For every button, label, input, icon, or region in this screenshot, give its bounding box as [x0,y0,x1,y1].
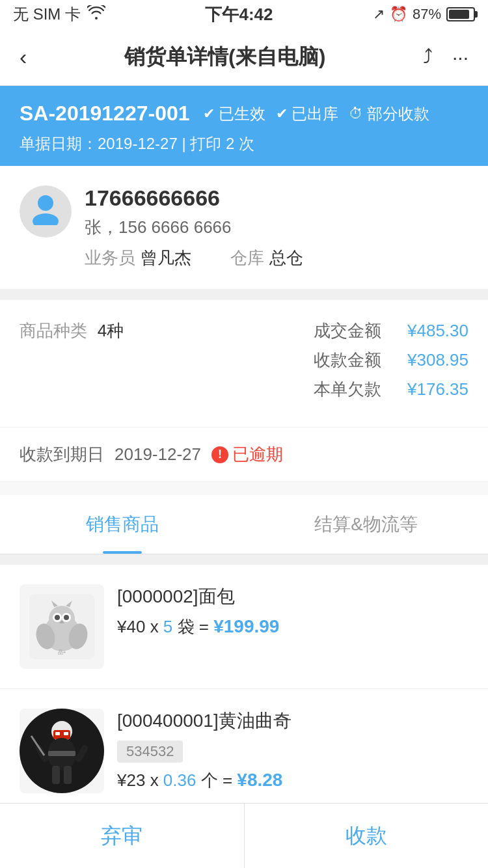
price-total-1: ¥199.99 [213,616,279,636]
product-details-2: [000400001]黄油曲奇 534532 ¥23 x 0.36 个 = ¥8… [117,709,468,792]
price-qty-1: 5 [163,617,172,636]
owed-amount-label: 本单欠款 [314,378,381,401]
due-date-label: 收款到期日 [20,443,104,466]
product-type-count: 4种 [98,321,124,340]
svg-point-7 [55,615,60,620]
status-bar: 无 SIM 卡 下午4:42 ↗ ⏰ 87% [0,0,488,29]
order-badges: ✔ 已生效 ✔ 已出库 ⏱ 部分收款 [203,103,429,124]
warehouse-item: 仓库 总仓 [230,247,303,269]
customer-info: 17666666666 张，156 6666 6666 业务员 曾凡杰 仓库 总… [85,185,468,269]
svg-rect-23 [64,766,72,784]
tabs-bar: 销售商品 结算&物流等 [0,495,488,554]
avatar [20,185,72,237]
nav-bar: ‹ 销货单详情(来自电脑) ⤴ ··· [0,29,488,86]
price-unit-1: 袋 [178,617,195,636]
carrier-text: 无 SIM 卡 [13,4,81,25]
svg-point-1 [33,213,59,225]
battery-percent: 87% [413,6,441,23]
product-code-2: [000400001]黄油曲奇 [117,709,468,733]
price-qty-2: 0.36 [163,770,197,790]
product-price-1: ¥40 x 5 袋 = ¥199.99 [117,616,468,638]
alarm-icon: ⏰ [390,6,407,23]
product-code-1: [0000002]面包 [117,584,468,609]
order-meta: 单据日期：2019-12-27 | 打印 2 次 [20,133,468,154]
due-date-section: 收款到期日 2019-12-27 ! 已逾期 [0,427,488,482]
tab-sales-products-label: 销售商品 [86,514,159,534]
price-eq-1: = [199,617,213,636]
stats-section: 商品种类 4种 成交金额 ¥485.30 收款金额 ¥308.95 本单欠款 ¥… [0,300,488,427]
product-item-1[interactable]: 品+ [0000002]面包 ¥40 x 5 袋 = ¥199.99 [0,565,488,689]
customer-meta: 业务员 曾凡杰 仓库 总仓 [85,247,468,269]
overdue-label: 已逾期 [232,443,283,466]
check-icon-1: ✔ [203,105,215,122]
customer-name: 17666666666 [85,185,468,211]
customer-section: 17666666666 张，156 6666 6666 业务员 曾凡杰 仓库 总… [0,166,488,290]
back-button[interactable]: ‹ [20,44,27,70]
price-eq-2: = [223,770,237,790]
svg-rect-22 [52,766,60,784]
price-base-2: ¥23 [117,770,145,790]
share-icon[interactable]: ⤴ [423,46,433,68]
location-icon: ↗ [373,6,385,23]
battery-bar [446,7,475,21]
price-total-2: ¥8.28 [237,770,282,790]
price-unit-2: 个 [201,770,218,790]
price-base-1: ¥40 [117,617,145,636]
wifi-icon [87,5,105,23]
warehouse-label: 仓库 [230,247,264,269]
badge-shipped: ✔ 已出库 [276,103,338,124]
svg-text:品+: 品+ [58,649,66,655]
bottom-bar: 弃审 收款 [0,803,488,868]
tab-settlement-label: 结算&物流等 [314,514,418,534]
received-amount-value: ¥308.95 [407,350,468,370]
received-amount-label: 收款金额 [314,349,381,372]
deal-amount-row: 成交金额 ¥485.30 [314,319,468,342]
page-title: 销货单详情(来自电脑) [124,43,325,72]
overdue-badge: ! 已逾期 [211,443,283,466]
confirm-button[interactable]: 收款 [245,804,489,868]
due-date-value: 2019-12-27 [115,444,201,465]
badge-partial: ⏱ 部分收款 [349,103,429,124]
cancel-button[interactable]: 弃审 [0,804,245,868]
owed-amount-value: ¥176.35 [407,379,468,400]
clock-icon: ⏱ [349,105,363,122]
badge-partial-label: 部分收款 [367,103,429,124]
section-divider [0,482,488,495]
product-price-2: ¥23 x 0.36 个 = ¥8.28 [117,769,468,792]
price-x-2: x [150,770,163,790]
stats-left: 商品种类 4种 [20,319,124,342]
stats-right: 成交金额 ¥485.30 收款金额 ¥308.95 本单欠款 ¥176.35 [314,319,468,407]
deal-amount-label: 成交金额 [314,319,381,342]
svg-point-0 [38,195,53,211]
order-id: SA-20191227-001 [20,102,190,126]
product-image-1: 品+ [20,584,104,669]
salesperson-item: 业务员 曾凡杰 [85,247,191,269]
warehouse-value: 总仓 [269,247,303,269]
price-x-1: x [150,617,163,636]
ninja-icon [20,709,104,793]
more-icon[interactable]: ··· [452,46,468,68]
svg-rect-21 [48,751,75,756]
products-list: 品+ [0000002]面包 ¥40 x 5 袋 = ¥199.99 [0,565,488,813]
product-type-label: 商品种类 [20,321,87,340]
product-item-2[interactable]: [000400001]黄油曲奇 534532 ¥23 x 0.36 个 = ¥8… [0,689,488,813]
status-left: 无 SIM 卡 [13,4,105,25]
customer-contact: 张，156 6666 6666 [85,216,468,239]
received-amount-row: 收款金额 ¥308.95 [314,349,468,372]
product-details-1: [0000002]面包 ¥40 x 5 袋 = ¥199.99 [117,584,468,638]
overdue-icon: ! [211,446,228,463]
tab-sales-products[interactable]: 销售商品 [0,495,244,554]
salesperson-label: 业务员 [85,247,135,269]
badge-shipped-label: 已出库 [291,103,338,124]
owl-icon: 品+ [29,594,94,659]
product-image-2 [20,709,104,793]
status-time: 下午4:42 [205,3,273,26]
svg-point-8 [64,615,69,620]
badge-effective: ✔ 已生效 [203,103,265,124]
badge-effective-label: 已生效 [219,103,265,124]
svg-point-4 [49,606,75,632]
salesperson-value: 曾凡杰 [141,247,191,269]
product-sku-2: 534532 [117,740,183,763]
status-right: ↗ ⏰ 87% [373,6,475,23]
tab-settlement[interactable]: 结算&物流等 [244,495,488,554]
